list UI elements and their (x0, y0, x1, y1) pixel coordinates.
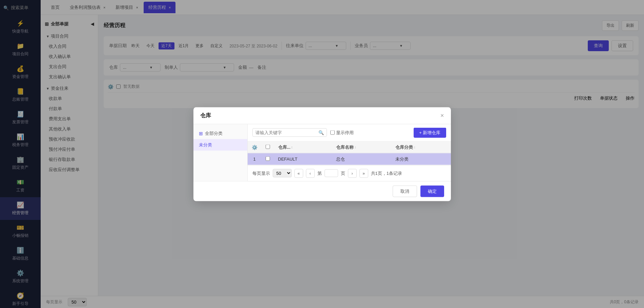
category-sort[interactable]: 仓库分类 ↕ (395, 144, 446, 150)
uncategorized-label: 未分类 (199, 142, 212, 148)
all-category-label: 全部分类 (205, 130, 223, 136)
sort-icon3: ↕ (414, 145, 415, 149)
modal-left-panel: ⊞ 全部分类 未分类 (193, 124, 248, 181)
modal-toolbar: 🔍 显示停用 + 新增仓库 (248, 124, 451, 141)
modal-table: ⚙️ 仓库... ↕ (248, 141, 451, 165)
modal-footer: 取消 确定 (193, 181, 451, 201)
th-name-label: 仓库名称 (336, 144, 354, 150)
modal-close-icon[interactable]: × (440, 112, 444, 119)
grid-icon2: ⊞ (199, 130, 203, 136)
td-category: 未分类 (391, 153, 451, 165)
th-code-label: 仓库... (278, 144, 291, 150)
modal-all-category[interactable]: ⊞ 全部分类 (193, 127, 247, 139)
page-label: 第 (317, 170, 322, 176)
sort-icon: ↕ (291, 145, 293, 149)
show-disabled-checkbox[interactable] (330, 130, 335, 135)
modal-body: ⊞ 全部分类 未分类 🔍 显示停用 + 新增仓库 (193, 124, 451, 181)
th-category: 仓库分类 ↕ (391, 141, 451, 153)
th-category-label: 仓库分类 (395, 144, 413, 150)
td-checkbox (262, 153, 274, 165)
modal-pagination: 每页显示 50 100 « ‹ 第 1 页 › » 共1页，1条记录 (248, 165, 451, 181)
code-sort[interactable]: 仓库... ↕ (278, 144, 328, 150)
add-warehouse-button[interactable]: + 新增仓库 (414, 127, 446, 138)
th-checkbox (262, 141, 274, 153)
page-number-input[interactable]: 1 (325, 169, 338, 177)
page-suffix: 页 (341, 170, 345, 176)
td-index: 1 (248, 153, 262, 165)
confirm-button[interactable]: 确定 (420, 185, 444, 197)
next-page-btn[interactable]: › (348, 169, 357, 178)
search-icon2: 🔍 (318, 130, 324, 135)
modal-header: 仓库 × (193, 107, 451, 124)
sort-icon2: ↕ (354, 145, 356, 149)
search-wrap: 🔍 (252, 128, 327, 137)
row-checkbox[interactable] (266, 156, 270, 161)
show-disabled-text: 显示停用 (336, 129, 354, 136)
th-code: 仓库... ↕ (274, 141, 332, 153)
show-disabled-label[interactable]: 显示停用 (330, 129, 354, 136)
modal-title: 仓库 (200, 112, 211, 119)
th-settings: ⚙️ (248, 141, 262, 153)
modal-page-size-label: 每页显示 (252, 170, 270, 176)
warehouse-modal: 仓库 × ⊞ 全部分类 未分类 🔍 显示停用 (193, 107, 451, 201)
warehouse-search-input[interactable] (255, 130, 316, 135)
table-header-row: ⚙️ 仓库... ↕ (248, 141, 451, 153)
cancel-button[interactable]: 取消 (393, 185, 417, 197)
td-name: 总仓 (332, 153, 391, 165)
modal-uncategorized[interactable]: 未分类 (193, 139, 247, 150)
name-sort[interactable]: 仓库名称 ↕ (336, 144, 387, 150)
td-code: DEFAULT (274, 153, 332, 165)
th-name: 仓库名称 ↕ (332, 141, 391, 153)
table-row[interactable]: 1 DEFAULT 总仓 未分类 (248, 153, 451, 165)
modal-total-label: 共1页，1条记录 (371, 170, 402, 176)
prev-page-btn[interactable]: ‹ (306, 169, 315, 178)
first-page-btn[interactable]: « (294, 169, 303, 178)
modal-page-size-select[interactable]: 50 100 (273, 169, 292, 178)
th-gear-icon[interactable]: ⚙️ (252, 144, 257, 150)
th-select-all[interactable] (266, 144, 270, 149)
modal-right-panel: 🔍 显示停用 + 新增仓库 ⚙️ (248, 124, 451, 181)
last-page-btn[interactable]: » (359, 169, 368, 178)
